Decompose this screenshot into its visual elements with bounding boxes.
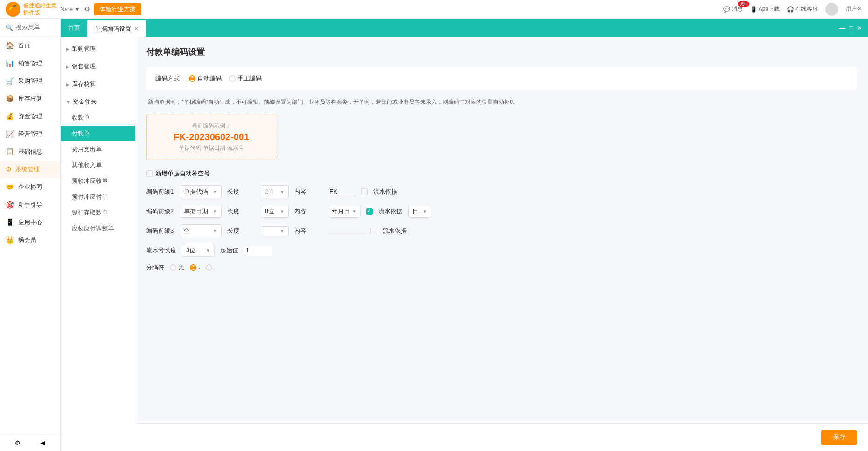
prefix2-unit-select[interactable]: 日 ▼: [408, 205, 431, 218]
separator-dot-radio[interactable]: ·: [190, 264, 200, 271]
auto-fill-checkbox[interactable]: [146, 170, 153, 177]
preview-code: FK-20230602-001: [158, 132, 265, 142]
sub-group-sales: ▶ 销售管理: [61, 59, 135, 74]
arrow-right-icon: ▶: [66, 47, 70, 52]
search-menu[interactable]: 🔍 搜索菜单: [0, 19, 60, 37]
prefix2-arrow-icon: ▼: [213, 209, 217, 214]
save-button[interactable]: 保存: [821, 430, 857, 445]
sub-item-prepay-recv[interactable]: 预收冲应收单: [61, 173, 135, 189]
sidebar-item-operations[interactable]: 📈 经营管理: [0, 125, 60, 143]
app-download[interactable]: 📱 App下载: [750, 5, 780, 13]
separator-none-radio[interactable]: 无: [170, 263, 184, 272]
sidebar-item-inventory[interactable]: 📦 库存核算: [0, 90, 60, 108]
separator-label: 分隔符: [146, 263, 164, 272]
tab-close-icon[interactable]: ✕: [134, 26, 139, 32]
sidebar-item-home[interactable]: 🏠 首页: [0, 37, 60, 54]
serial-length-label: 流水号长度: [146, 246, 176, 255]
download-icon: 📱: [750, 6, 757, 13]
arrow-down-icon: ▼: [66, 100, 71, 105]
prefix1-flowing-checkbox[interactable]: [361, 188, 368, 195]
prefix1-select[interactable]: 单据代码 ▼: [180, 185, 222, 198]
sidebar-item-partner[interactable]: 🤝 企业协同: [0, 178, 60, 196]
prefix3-length-arrow-icon: ▼: [280, 229, 284, 234]
service-icon: 🎧: [787, 6, 794, 13]
prefix2-label: 编码前缀2: [146, 207, 174, 215]
home-icon: 🏠: [6, 41, 14, 50]
inventory-icon: 📦: [6, 94, 14, 103]
sidebar-item-basic[interactable]: 📋 基础信息: [0, 143, 60, 161]
sub-item-receipt[interactable]: 收款单: [61, 110, 135, 126]
separator-dot2-radio[interactable]: ·: [206, 264, 216, 271]
sub-group-inventory: ▶ 库存核算: [61, 76, 135, 92]
online-service[interactable]: 🎧 在线客服: [787, 5, 818, 13]
tab-home[interactable]: 首页: [61, 19, 87, 37]
sidebar-item-system[interactable]: ⚙ 系统管理: [0, 161, 60, 178]
member-icon: 👑: [6, 236, 14, 244]
prefix3-flowing-checkbox[interactable]: [370, 228, 377, 234]
company-selector[interactable]: Nare ▼: [61, 6, 80, 13]
prefix1-length-arrow-icon: ▼: [280, 189, 284, 195]
sidebar-item-apps[interactable]: 📱 应用中心: [0, 214, 60, 231]
prefix2-length-select[interactable]: 8位 ▼: [261, 205, 289, 218]
sub-item-prepay-pay[interactable]: 预付冲应付单: [61, 189, 135, 205]
prefix1-length-label: 长度: [227, 188, 255, 196]
prefix3-arrow-icon: ▼: [213, 229, 217, 234]
config-row-3: 编码前缀3 空 ▼ 长度 ▼ 内容 流水依据: [146, 224, 857, 237]
sub-group-inventory-title[interactable]: ▶ 库存核算: [61, 76, 135, 92]
sub-group-capital: ▼ 资金往来 收款单 付款单 费用支出单 其他收入单: [61, 94, 135, 236]
auto-fill-label: 新增单据自动补空号: [155, 169, 210, 178]
sidebar-item-member[interactable]: 👑 畅会员: [0, 231, 60, 249]
basic-icon: 📋: [6, 148, 14, 156]
prefix3-select[interactable]: 空 ▼: [180, 224, 222, 237]
avatar[interactable]: [825, 3, 838, 16]
sub-item-bank[interactable]: 银行存取款单: [61, 205, 135, 221]
preview-box: 当前编码示例： FK-20230602-001 单据代码-单据日期-流水号: [146, 114, 276, 160]
sub-group-sales-title[interactable]: ▶ 销售管理: [61, 59, 135, 74]
prefix1-content-value: FK: [328, 187, 356, 196]
sub-item-payment[interactable]: 付款单: [61, 126, 135, 141]
sub-item-adjust[interactable]: 应收应付调整单: [61, 221, 135, 236]
separator-dot-dot: [190, 264, 196, 271]
sub-sidebar: ▶ 采购管理 ▶ 销售管理 ▶ 库存核算: [61, 37, 135, 451]
prefix2-content-arrow-icon: ▼: [352, 209, 357, 214]
sidebar-item-purchase[interactable]: 🛒 采购管理: [0, 72, 60, 90]
guide-icon: 🎯: [6, 201, 14, 209]
message-button[interactable]: 💬 消息 99+: [723, 5, 743, 13]
preview-label: 当前编码示例：: [158, 122, 265, 130]
sub-item-expense[interactable]: 费用支出单: [61, 141, 135, 157]
tab-encode-settings[interactable]: 单据编码设置 ✕: [87, 20, 146, 38]
prefix3-content-value: [328, 230, 365, 232]
maximize-icon[interactable]: □: [849, 24, 853, 32]
settings-bottom-icon[interactable]: ⚙: [15, 439, 20, 446]
footer: 保存: [135, 423, 868, 451]
prefix3-label: 编码前缀3: [146, 227, 174, 235]
serial-length-select[interactable]: 3位 ▼: [182, 244, 215, 257]
sub-group-capital-title[interactable]: ▼ 资金往来: [61, 94, 135, 110]
sidebar-item-sales[interactable]: 📊 销售管理: [0, 54, 60, 72]
config-row-1: 编码前缀1 单据代码 ▼ 长度 2位 ▼ 内容 FK 流水依据: [146, 185, 857, 198]
prefix2-select[interactable]: 单据日期 ▼: [180, 205, 222, 218]
separator-row: 分隔符 无 · ·: [146, 263, 857, 272]
settings-icon[interactable]: ⚙: [84, 5, 90, 13]
logo: 🍊 畅捷通好生意 插件版: [6, 2, 57, 17]
prefix2-flowing-checkbox[interactable]: [366, 208, 373, 215]
plan-button[interactable]: 体验行业方案: [94, 3, 141, 15]
prefix3-length-select[interactable]: ▼: [261, 226, 289, 236]
sidebar-item-guide[interactable]: 🎯 新手引导: [0, 196, 60, 214]
sidebar: 🔍 搜索菜单 🏠 首页 📊 销售管理 🛒 采购管理 📦 库存核算 💰 资金管理 …: [0, 19, 61, 451]
sub-group-purchase-title[interactable]: ▶ 采购管理: [61, 41, 135, 57]
prefix2-content-select[interactable]: 年月日 ▼: [328, 205, 361, 218]
sidebar-item-finance[interactable]: 💰 资金管理: [0, 108, 60, 125]
collapse-icon[interactable]: ◀: [40, 439, 45, 446]
prefix2-unit-arrow-icon: ▼: [423, 209, 427, 214]
prefix1-arrow-icon: ▼: [213, 189, 217, 195]
serial-start-input[interactable]: [244, 246, 272, 255]
auto-encode-radio[interactable]: 自动编码: [189, 74, 222, 83]
close-window-icon[interactable]: ✕: [857, 24, 862, 32]
apps-icon: 📱: [6, 218, 14, 227]
minimize-icon[interactable]: —: [839, 24, 846, 32]
purchase-icon: 🛒: [6, 77, 14, 85]
prefix1-length-select[interactable]: 2位 ▼: [261, 185, 289, 198]
manual-encode-radio[interactable]: 手工编码: [229, 74, 262, 83]
sub-item-other-income[interactable]: 其他收入单: [61, 157, 135, 173]
